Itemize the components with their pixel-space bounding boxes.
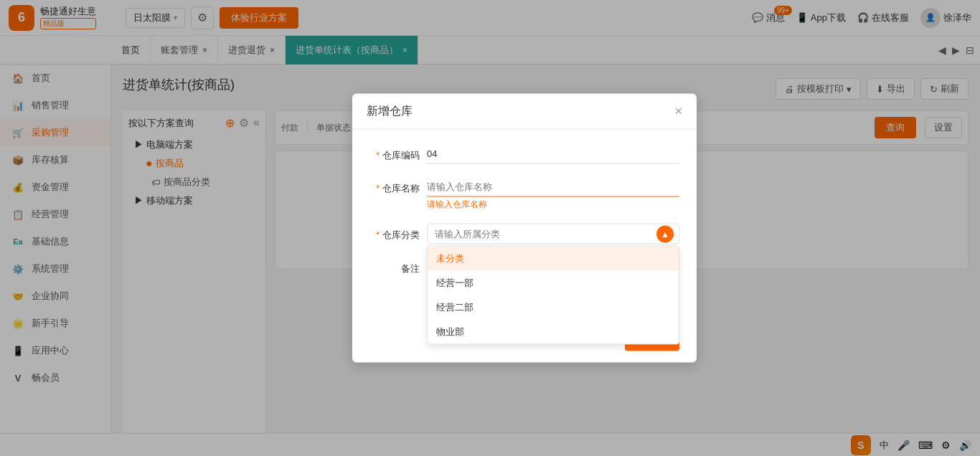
- add-warehouse-modal: 新增仓库 × 仓库编码 仓库名称 请输入仓库名称 仓库分类 ▲: [352, 94, 697, 363]
- category-chevron-icon[interactable]: ▲: [656, 225, 674, 242]
- modal-body: 仓库编码 仓库名称 请输入仓库名称 仓库分类 ▲ 未分类: [352, 130, 697, 318]
- modal-title: 新增仓库: [367, 104, 413, 119]
- dropdown-item-dept1[interactable]: 经营一部: [428, 271, 679, 295]
- warehouse-category-row: 仓库分类 ▲ 未分类 经营一部 经营二部 物业部: [369, 224, 679, 244]
- name-input-wrap: 请输入仓库名称: [427, 177, 679, 211]
- modal-header: 新增仓库 ×: [352, 94, 697, 130]
- category-select-wrap: ▲ 未分类 经营一部 经营二部 物业部: [427, 224, 679, 244]
- category-dropdown: 未分类 经营一部 经营二部 物业部: [427, 246, 679, 345]
- warehouse-name-row: 仓库名称 请输入仓库名称: [369, 177, 679, 211]
- name-error-message: 请输入仓库名称: [427, 199, 679, 211]
- modal-close-button[interactable]: ×: [674, 104, 682, 119]
- dropdown-item-property[interactable]: 物业部: [428, 320, 679, 344]
- dropdown-item-uncategorized[interactable]: 未分类: [428, 247, 679, 271]
- code-input-wrap: [427, 144, 679, 164]
- note-label: 备注: [369, 257, 427, 275]
- name-label: 仓库名称: [369, 177, 427, 195]
- warehouse-code-row: 仓库编码: [369, 144, 679, 164]
- warehouse-category-input[interactable]: [427, 224, 679, 244]
- warehouse-code-input[interactable]: [427, 144, 679, 164]
- warehouse-name-input[interactable]: [427, 177, 679, 197]
- dropdown-item-dept2[interactable]: 经营二部: [428, 295, 679, 320]
- code-label: 仓库编码: [369, 144, 427, 162]
- category-label: 仓库分类: [369, 224, 427, 242]
